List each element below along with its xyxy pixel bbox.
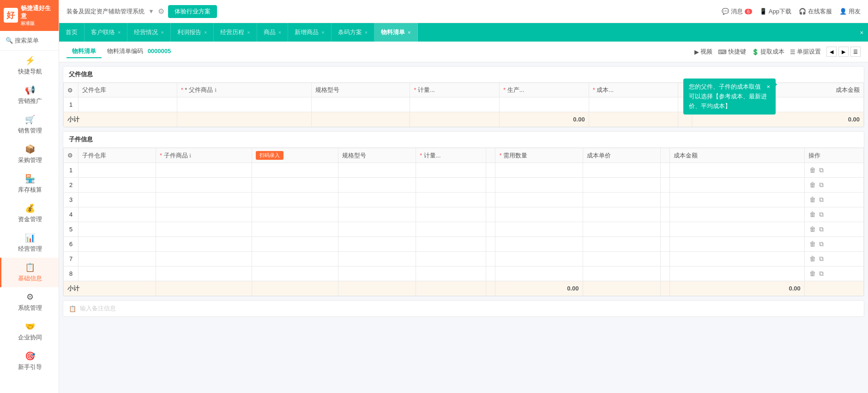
child-quantity-cell-3[interactable] xyxy=(495,193,583,207)
child-warehouse-cell-2[interactable] xyxy=(78,178,156,193)
user-menu-button[interactable]: 👤 用友 xyxy=(839,7,861,16)
delete-row-button-8[interactable]: 🗑 xyxy=(808,269,817,278)
sub-tab-bom-list[interactable]: 物料清单 xyxy=(66,45,102,58)
copy-row-button-1[interactable]: ⧉ xyxy=(818,165,825,175)
cost-action[interactable]: 💲 提取成本 xyxy=(752,48,784,56)
child-scan-cell-8[interactable] xyxy=(252,266,338,281)
shortcut-action[interactable]: ⌨ 快捷键 xyxy=(718,48,746,56)
child-spec-cell-7[interactable] xyxy=(338,252,416,266)
child-spec-cell-5[interactable] xyxy=(338,222,416,237)
child-unit-cost-cell-3[interactable] xyxy=(583,193,660,207)
child-product-cell-8[interactable] xyxy=(156,266,252,281)
child-scan-cell-3[interactable] xyxy=(252,193,338,207)
child-quantity-cell-2[interactable] xyxy=(495,178,583,193)
sidebar-item-purchase[interactable]: 📦 采购管理 xyxy=(0,139,59,169)
child-unit-cost-cell-7[interactable] xyxy=(583,252,660,266)
child-warehouse-cell-7[interactable] xyxy=(78,252,156,266)
child-unit-cell-3[interactable] xyxy=(416,193,486,207)
delete-row-button-4[interactable]: 🗑 xyxy=(808,210,817,219)
child-scan-cell-2[interactable] xyxy=(252,178,338,193)
delete-row-button-2[interactable]: 🗑 xyxy=(808,180,817,189)
copy-row-button-6[interactable]: ⧉ xyxy=(818,239,825,249)
copy-row-button-7[interactable]: ⧉ xyxy=(818,254,825,264)
child-spec-cell-6[interactable] xyxy=(338,237,416,252)
child-unit-cell-4[interactable] xyxy=(416,207,486,222)
delete-row-button-1[interactable]: 🗑 xyxy=(808,165,817,175)
tab-bom[interactable]: 物料清单 × xyxy=(374,23,417,42)
sidebar-item-guide[interactable]: 🎯 新手引导 xyxy=(0,346,59,376)
child-warehouse-cell-3[interactable] xyxy=(78,193,156,207)
tab-operations-close[interactable]: × xyxy=(161,30,163,35)
sidebar-item-system[interactable]: ⚙ 系统管理 xyxy=(0,287,59,317)
view-action[interactable]: ▶ 视频 xyxy=(694,48,712,56)
child-unit-cell-2[interactable] xyxy=(416,178,486,193)
child-unit-cell-8[interactable] xyxy=(416,266,486,281)
copy-row-button-8[interactable]: ⧉ xyxy=(818,269,825,278)
child-unit-cost-cell-1[interactable] xyxy=(583,163,660,178)
child-warehouse-cell-4[interactable] xyxy=(78,207,156,222)
child-quantity-cell-1[interactable] xyxy=(495,163,583,178)
tab-profit[interactable]: 利润报告 × xyxy=(171,23,214,42)
tab-new-product-close[interactable]: × xyxy=(321,30,324,35)
tab-profit-close[interactable]: × xyxy=(204,30,207,35)
message-button[interactable]: 💬 消息 6 xyxy=(722,7,752,16)
child-unit-cost-cell-5[interactable] xyxy=(583,222,660,237)
child-warehouse-cell-1[interactable] xyxy=(78,163,156,178)
sidebar-item-quick-nav[interactable]: ⚡ 快捷导航 xyxy=(0,51,59,80)
child-scan-cell-1[interactable] xyxy=(252,163,338,178)
settings-icon[interactable]: ⚙ xyxy=(158,7,164,16)
app-download-button[interactable]: 📱 App下载 xyxy=(760,7,791,16)
search-menu-btn[interactable]: 🔍 搜索菜单 xyxy=(4,35,55,47)
note-placeholder[interactable]: 输入备注信息 xyxy=(80,304,116,313)
child-quantity-cell-6[interactable] xyxy=(495,237,583,252)
nav-tabs-close-all[interactable]: × xyxy=(855,29,868,36)
child-scan-cell-6[interactable] xyxy=(252,237,338,252)
child-unit-cost-cell-8[interactable] xyxy=(583,266,660,281)
tab-customer[interactable]: 客户联络 × xyxy=(84,23,127,42)
child-quantity-cell-8[interactable] xyxy=(495,266,583,281)
sidebar-search-area[interactable]: 🔍 搜索菜单 xyxy=(0,31,59,51)
try-solution-button[interactable]: 体验行业方案 xyxy=(168,5,217,18)
child-spec-cell-2[interactable] xyxy=(338,178,416,193)
child-spec-cell-3[interactable] xyxy=(338,193,416,207)
delete-row-button-3[interactable]: 🗑 xyxy=(808,195,817,204)
child-warehouse-cell-6[interactable] xyxy=(78,237,156,252)
child-product-cell-5[interactable] xyxy=(156,222,252,237)
online-service-button[interactable]: 🎧 在线客服 xyxy=(799,7,832,16)
child-unit-cell-5[interactable] xyxy=(416,222,486,237)
tab-operations-status[interactable]: 经营情况 × xyxy=(127,23,170,42)
parent-cost-cell[interactable] xyxy=(589,97,678,112)
child-spec-cell-8[interactable] xyxy=(338,266,416,281)
tab-bom-close[interactable]: × xyxy=(408,30,410,35)
prev-page-button[interactable]: ◀ xyxy=(826,47,837,57)
tab-home[interactable]: 首页 xyxy=(59,23,84,42)
child-quantity-cell-7[interactable] xyxy=(495,252,583,266)
child-warehouse-cell-5[interactable] xyxy=(78,222,156,237)
sidebar-item-operations[interactable]: 📊 经营管理 xyxy=(0,228,59,258)
tooltip-close-button[interactable]: × xyxy=(766,82,770,92)
sub-tab-bom-code[interactable]: 物料清单编码 0000005 xyxy=(102,45,176,58)
copy-row-button-2[interactable]: ⧉ xyxy=(818,180,825,190)
copy-row-button-3[interactable]: ⧉ xyxy=(818,195,825,205)
parent-spec-cell[interactable] xyxy=(311,97,410,112)
tab-history-close[interactable]: × xyxy=(247,30,250,35)
list-view-button[interactable]: ☰ xyxy=(850,47,861,57)
child-unit-cell-7[interactable] xyxy=(416,252,486,266)
child-spec-cell-1[interactable] xyxy=(338,163,416,178)
tab-products-close[interactable]: × xyxy=(278,30,281,35)
child-scan-cell-5[interactable] xyxy=(252,222,338,237)
child-warehouse-cell-8[interactable] xyxy=(78,266,156,281)
delete-row-button-7[interactable]: 🗑 xyxy=(808,254,817,263)
copy-row-button-4[interactable]: ⧉ xyxy=(818,210,825,219)
child-product-cell-4[interactable] xyxy=(156,207,252,222)
child-spec-cell-4[interactable] xyxy=(338,207,416,222)
child-unit-cell-6[interactable] xyxy=(416,237,486,252)
sidebar-item-marketing[interactable]: 📢 营销推广 xyxy=(0,80,59,110)
delete-row-button-6[interactable]: 🗑 xyxy=(808,239,817,248)
child-product-cell-7[interactable] xyxy=(156,252,252,266)
child-unit-cell-1[interactable] xyxy=(416,163,486,178)
sidebar-item-inventory[interactable]: 🏪 库存核算 xyxy=(0,169,59,199)
child-product-cell-6[interactable] xyxy=(156,237,252,252)
sidebar-item-enterprise[interactable]: 🤝 企业协同 xyxy=(0,317,59,346)
tab-barcode-close[interactable]: × xyxy=(365,30,368,35)
